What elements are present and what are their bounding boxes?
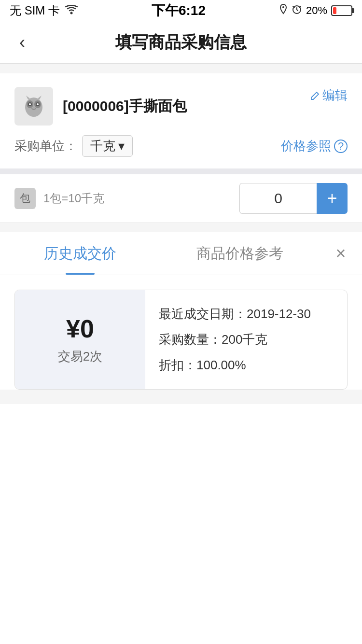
edit-button[interactable]: 编辑: [310, 87, 348, 104]
svg-marker-12: [38, 96, 42, 99]
tabs-section: 历史成交价 商品价格参考 × ¥0 交易2次 最近成交日期：2019-12-30…: [0, 232, 362, 390]
history-price-panel: ¥0 交易2次: [15, 290, 145, 389]
status-right: 20%: [279, 4, 352, 17]
status-time: 下午6:12: [152, 1, 206, 20]
wifi-icon: [65, 4, 78, 17]
unit-box: 包: [14, 188, 36, 209]
product-unit-row: 采购单位： 千克 ▾ 价格参照 ?: [14, 135, 348, 157]
product-info: [0000006]手撕面包: [14, 87, 187, 126]
back-button[interactable]: ‹: [14, 28, 30, 57]
purchase-qty-row: 采购数量：200千克: [159, 330, 334, 349]
history-price: ¥0: [66, 314, 94, 343]
carrier-label: 无 SIM 卡: [10, 3, 60, 18]
quantity-plus-button[interactable]: +: [317, 183, 348, 214]
status-bar: 无 SIM 卡 下午6:12 20: [0, 0, 362, 21]
price-reference-button[interactable]: 价格参照 ?: [281, 138, 348, 154]
tabs-header: 历史成交价 商品价格参考 ×: [0, 232, 362, 275]
quantity-section: 包 1包=10千克 +: [0, 174, 362, 223]
product-section: [0000006]手撕面包 编辑 采购单位： 千克 ▾ 价格参照 ?: [0, 73, 362, 168]
alarm-icon: [292, 4, 302, 17]
recent-date-row: 最近成交日期：2019-12-30: [159, 305, 334, 323]
discount-row: 折扣：100.00%: [159, 356, 334, 375]
help-icon: ?: [334, 140, 348, 153]
product-thumbnail: [14, 87, 53, 126]
nav-bar: ‹ 填写商品采购信息: [0, 21, 362, 64]
tab-price-reference[interactable]: 商品价格参考: [160, 232, 320, 275]
quantity-input-group: +: [239, 183, 348, 214]
svg-point-1: [282, 6, 284, 8]
unit-ratio: 1包=10千克: [43, 191, 104, 206]
section-divider: [0, 168, 362, 174]
product-image: [19, 92, 48, 121]
quantity-label-group: 包 1包=10千克: [14, 188, 104, 209]
history-card: ¥0 交易2次 最近成交日期：2019-12-30 采购数量：200千克 折扣：…: [14, 290, 348, 390]
tab-close-button[interactable]: ×: [320, 232, 362, 275]
product-header: [0000006]手撕面包 编辑: [14, 87, 348, 126]
location-icon: [279, 4, 288, 17]
dropdown-arrow-icon: ▾: [118, 139, 125, 154]
unit-label: 采购单位： 千克 ▾: [14, 135, 133, 157]
svg-marker-11: [26, 96, 30, 99]
history-transactions: 交易2次: [58, 348, 102, 365]
battery-icon: [331, 5, 352, 16]
empty-content-area: [0, 404, 362, 644]
quantity-input[interactable]: [239, 183, 317, 214]
product-name: [0000006]手撕面包: [63, 96, 187, 116]
page-title: 填写商品采购信息: [115, 31, 247, 54]
battery-percent: 20%: [306, 4, 327, 17]
history-details-panel: 最近成交日期：2019-12-30 采购数量：200千克 折扣：100.00%: [145, 290, 347, 389]
status-left: 无 SIM 卡: [10, 3, 78, 18]
svg-point-0: [70, 12, 73, 14]
tab-history-price[interactable]: 历史成交价: [0, 232, 160, 275]
svg-point-9: [37, 103, 39, 105]
unit-select[interactable]: 千克 ▾: [82, 135, 133, 157]
svg-point-8: [29, 103, 31, 105]
